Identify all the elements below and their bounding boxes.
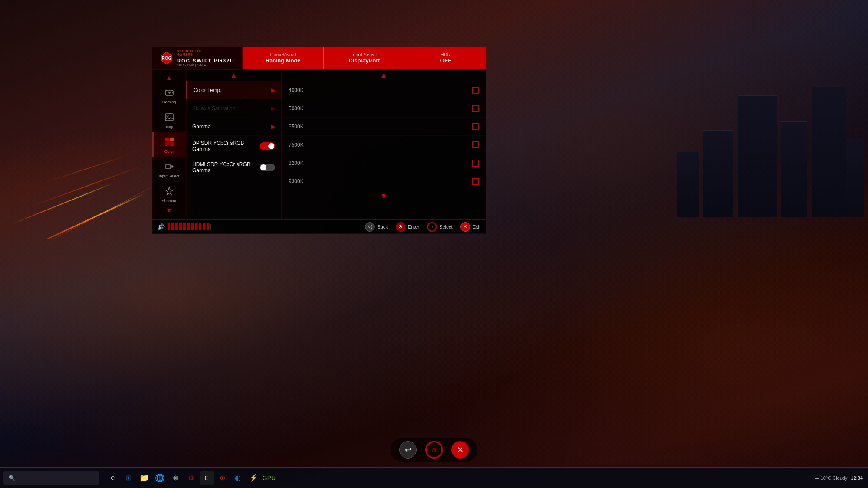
ctrl-select-button[interactable]: ⊙ <box>425 441 443 459</box>
taskbar-app-steam[interactable]: ⊛ <box>168 471 182 485</box>
footer-back-button[interactable]: ◁ Back <box>365 222 388 232</box>
nav-up-arrow[interactable]: ▲ <box>166 74 173 82</box>
dp-sdr-text: DP SDR YCbCr sRGB Gamma <box>192 140 260 152</box>
value-6500k: 6500K <box>289 124 304 130</box>
svg-rect-12 <box>170 142 174 146</box>
osd-footer: 🔊 ◁ Back ⊙ Enter ○ Select ✕ Exit <box>152 219 486 234</box>
value-item-7500k[interactable]: 7500K <box>282 136 486 154</box>
checkbox-6500k[interactable] <box>472 123 479 130</box>
sidebar-item-shortcut[interactable]: Shortcut <box>152 182 186 206</box>
hdmi-sdr-toggle-switch[interactable] <box>260 164 275 171</box>
footer-select-button[interactable]: ○ Select <box>427 222 453 232</box>
taskbar-weather: ☁ 10°C Cloudy <box>814 475 848 481</box>
checkbox-5000k[interactable] <box>472 105 479 112</box>
menu-list: ▲ Color Temp. ▶ Six axis Saturation ▶ Ga… <box>186 70 282 219</box>
gamevisual-label: GameVisual <box>270 52 296 57</box>
sidebar-item-input-select[interactable]: Input Select <box>152 157 186 182</box>
value-item-5000k[interactable]: 5000K <box>282 99 486 118</box>
header-hdr[interactable]: HDR OFF <box>405 47 486 69</box>
input-select-nav-icon <box>163 160 175 173</box>
ctrl-exit-button[interactable]: ✕ <box>451 441 469 459</box>
value-item-6500k[interactable]: 6500K <box>282 118 486 136</box>
menu-item-hdmi-sdr[interactable]: HDMI SDR YCbCr sRGB Gamma <box>186 157 281 178</box>
checkbox-7500k[interactable] <box>472 141 479 148</box>
taskbar-search[interactable]: 🔍 <box>3 471 99 485</box>
footer-volume: 🔊 <box>158 223 211 230</box>
logo-model: PG32U <box>214 57 234 64</box>
header-input-select[interactable]: Input Select DisplayPort <box>324 47 405 69</box>
header-gamevisual[interactable]: GameVisual Racing Mode <box>243 47 324 69</box>
osd-logo: ROG REPUBLIC OF GAMERS ROG SWIFT PG32U 3… <box>152 47 243 69</box>
rog-logo-icon: ROG <box>160 51 174 65</box>
taskbar-app-rog[interactable]: ⚙ <box>184 471 198 485</box>
menu-item-color-temp[interactable]: Color Temp. ▶ <box>186 81 281 99</box>
menu-item-gamma[interactable]: Gamma ▶ <box>186 118 281 136</box>
value-down-arrow: ▼ <box>282 190 486 202</box>
taskbar-app-explorer[interactable]: 📁 <box>137 471 151 485</box>
color-temp-text: Color Temp. <box>194 87 221 93</box>
color-icon <box>163 136 175 148</box>
enter-btn-icon: ⊙ <box>396 222 405 232</box>
menu-item-dp-sdr[interactable]: DP SDR YCbCr sRGB Gamma <box>186 136 281 157</box>
sidebar-item-gaming[interactable]: Gaming <box>152 83 186 108</box>
gaming-icon <box>163 86 175 98</box>
value-5000k: 5000K <box>289 105 304 111</box>
osd-header: ROG REPUBLIC OF GAMERS ROG SWIFT PG32U 3… <box>152 47 486 69</box>
sidebar-item-image[interactable]: Image <box>152 108 186 132</box>
footer-enter-button[interactable]: ⊙ Enter <box>396 222 419 232</box>
exit-btn-icon: ✕ <box>460 222 470 232</box>
taskbar-app-honkai[interactable]: ⊕ <box>215 471 229 485</box>
menu-item-six-axis[interactable]: Six axis Saturation ▶ <box>186 99 281 118</box>
dp-sdr-toggle[interactable] <box>260 142 275 150</box>
hdmi-sdr-text: HDMI SDR YCbCr sRGB Gamma <box>192 161 260 174</box>
six-axis-text: Six axis Saturation <box>192 105 235 111</box>
input-select-value: DisplayPort <box>349 57 380 64</box>
value-item-8200k[interactable]: 8200K <box>282 154 486 172</box>
footer-exit-button[interactable]: ✕ Exit <box>460 222 480 232</box>
gaming-label: Gaming <box>162 100 176 104</box>
taskbar-app-taskview[interactable]: ⊞ <box>122 471 135 485</box>
svg-rect-10 <box>170 138 174 141</box>
taskbar-app-chrome[interactable]: 🌐 <box>153 471 167 485</box>
svg-rect-9 <box>165 138 169 141</box>
weather-icon: ☁ <box>814 475 819 481</box>
dp-sdr-toggle-switch[interactable] <box>260 142 275 150</box>
svg-rect-11 <box>165 142 169 146</box>
value-4000k: 4000K <box>289 87 304 93</box>
taskbar-app-search[interactable]: ○ <box>106 471 120 485</box>
value-9300k: 9300K <box>289 178 304 184</box>
dp-sdr-toggle-knob <box>268 143 274 149</box>
checkbox-4000k[interactable] <box>472 87 479 94</box>
taskbar-app-gpu[interactable]: GPU <box>262 471 276 485</box>
input-select-nav-label: Input Select <box>159 174 180 178</box>
taskbar-app-misc[interactable]: ⚡ <box>247 471 260 485</box>
ctrl-back-button[interactable]: ↩ <box>399 441 417 459</box>
taskbar-app-epic[interactable]: E <box>200 471 214 485</box>
taskbar-app-edge[interactable]: ◐ <box>231 471 245 485</box>
enter-btn-label: Enter <box>408 224 419 229</box>
menu-up-arrow: ▲ <box>186 70 281 81</box>
select-btn-label: Select <box>439 224 453 229</box>
shortcut-label: Shortcut <box>162 199 177 203</box>
value-7500k: 7500K <box>289 142 304 148</box>
taskbar-clock: 12:34 <box>851 475 863 481</box>
logo-gamers: GAMERS <box>177 53 234 56</box>
checkbox-8200k[interactable] <box>472 160 479 167</box>
value-item-9300k[interactable]: 9300K <box>282 172 486 190</box>
svg-point-5 <box>171 92 172 92</box>
logo-rog-swift: ROG SWIFT <box>177 58 212 63</box>
nav-down-arrow[interactable]: ▼ <box>166 206 173 214</box>
color-temp-arrow: ▶ <box>271 87 275 93</box>
logo-text: REPUBLIC OF GAMERS ROG SWIFT PG32U 3840x… <box>177 49 234 66</box>
weather-text: 10°C Cloudy <box>821 475 848 481</box>
value-item-4000k[interactable]: 4000K <box>282 81 486 99</box>
footer-controls: ◁ Back ⊙ Enter ○ Select ✕ Exit <box>365 222 480 232</box>
hdmi-sdr-toggle[interactable] <box>260 164 275 171</box>
sidebar-item-color[interactable]: Color <box>152 132 186 157</box>
logo-republic: REPUBLIC OF <box>177 49 234 53</box>
osd-header-sections: GameVisual Racing Mode Input Select Disp… <box>243 47 486 69</box>
select-btn-icon: ○ <box>427 222 437 232</box>
hdr-value: OFF <box>440 57 451 64</box>
checkbox-9300k[interactable] <box>472 178 479 185</box>
back-btn-label: Back <box>377 224 388 229</box>
